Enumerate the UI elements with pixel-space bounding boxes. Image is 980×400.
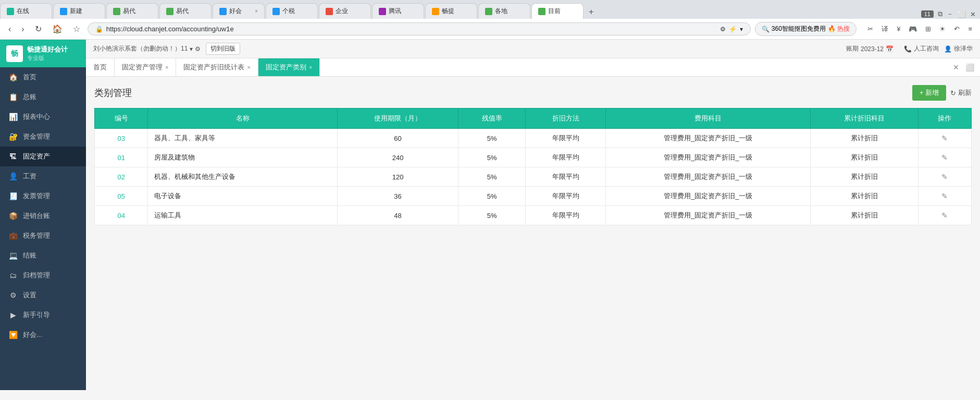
edit-icon-4[interactable]: ✎ (941, 192, 948, 200)
sidebar-label-payroll: 工资 (23, 172, 36, 181)
sidebar-item-invoice[interactable]: 🧾 发票管理 (0, 186, 86, 206)
reload-button[interactable]: ↻ (32, 23, 45, 35)
browser-tab-11[interactable]: 目前 (531, 3, 584, 19)
content-area: 类别管理 + 新增 ↻ 刷新 编号 名称 使用期限（月） 残值率 (86, 77, 980, 390)
tab-depreciation-table[interactable]: 固定资产折旧统计表 × (176, 58, 258, 76)
cell-action-5[interactable]: ✎ (918, 206, 971, 225)
bookmark-button[interactable]: ☆ (70, 23, 83, 35)
new-tab-button[interactable]: + (585, 5, 598, 19)
close-tab-button[interactable]: ✕ (950, 62, 962, 72)
add-button[interactable]: + 新增 (912, 85, 946, 101)
home-button[interactable]: 🏠 (49, 23, 66, 35)
table-header-row: 编号 名称 使用期限（月） 残值率 折旧方法 费用科目 累计折旧科目 操作 (95, 108, 972, 129)
tab-home[interactable]: 首页 (86, 58, 115, 76)
ledger-icon: 📋 (8, 92, 18, 102)
browser-tab-1[interactable]: 在线 (0, 3, 52, 19)
cell-period-2: 240 (337, 148, 458, 167)
cell-action-3[interactable]: ✎ (918, 167, 971, 187)
sidebar-item-settings[interactable]: ⚙ 设置 (0, 285, 86, 305)
calendar-icon[interactable]: 📅 (886, 45, 894, 53)
tab-close-fixed-asset-category[interactable]: × (309, 64, 312, 70)
cell-action-4[interactable]: ✎ (918, 187, 971, 206)
tab-close-depreciation-table[interactable]: × (247, 64, 250, 70)
sidebar-label-ledger: 总账 (23, 92, 36, 102)
brightness-tool[interactable]: ☀ (937, 24, 948, 34)
settings-icon: ⚙ (8, 290, 18, 300)
cast-icon[interactable]: ⚡ (729, 26, 737, 33)
sidebar-item-guide[interactable]: ▶ 新手引导 (0, 305, 86, 325)
help-button[interactable]: 📞 人工咨询 (904, 44, 939, 53)
minimize-icon[interactable]: － (947, 9, 953, 19)
tab-close-fixed-asset-mgmt[interactable]: × (165, 64, 168, 70)
user-button[interactable]: 👤 徐泽华 (944, 44, 973, 53)
cell-residual-3: 5% (458, 167, 525, 187)
browser-tab-9[interactable]: 畅提 (425, 3, 477, 19)
search-icon: 🔍 (762, 26, 770, 33)
restore-icon[interactable]: ⧉ (938, 10, 942, 18)
scissors-tool[interactable]: ✂ (865, 24, 876, 34)
switch-version-button[interactable]: 切到旧版 (206, 43, 240, 55)
maximize-tab-button[interactable]: ⬜ (963, 62, 977, 72)
tab-title: 易代 (123, 7, 152, 16)
cell-method-1: 年限平均 (525, 129, 606, 148)
browser-tab-10[interactable]: 各地 (478, 3, 530, 19)
sidebar-item-more[interactable]: 🔽 好会... (0, 325, 86, 345)
back-button[interactable]: ‹ (5, 23, 14, 35)
cell-code-5: 04 (95, 206, 148, 225)
settlement-icon: 💻 (8, 251, 18, 260)
sidebar-item-archive[interactable]: 🗂 归档管理 (0, 265, 86, 285)
edit-icon-1[interactable]: ✎ (941, 134, 948, 142)
sidebar-item-payroll[interactable]: 👤 工资 (0, 166, 86, 186)
sidebar-item-home[interactable]: 🏠 首页 (0, 67, 86, 87)
dropdown-icon[interactable]: ▾ (740, 26, 743, 33)
dropdown-arrow-icon[interactable]: ▾ (190, 45, 193, 53)
browser-tab-7[interactable]: 企业 (319, 3, 371, 19)
game-tool[interactable]: 🎮 (906, 24, 920, 34)
sidebar-item-fixed-assets[interactable]: 🏗 固定资产 (0, 147, 86, 166)
sidebar-item-reports[interactable]: 📊 报表中心 (0, 107, 86, 127)
refresh-button[interactable]: ↻ 刷新 (950, 88, 972, 98)
translate-tool[interactable]: 译 (879, 23, 891, 35)
cell-code-1: 03 (95, 129, 148, 148)
search-box[interactable]: 🔍 360智能抠图免费用 🔥 热搜 (755, 22, 857, 36)
address-bar[interactable]: 🔒 https://cloud.chanjet.com/accounting/u… (88, 22, 751, 35)
maximize-icon[interactable]: ⬜ (958, 10, 966, 18)
tab-favicon (326, 8, 333, 15)
tab-fixed-asset-mgmt[interactable]: 固定资产管理 × (115, 58, 176, 76)
tab-title: 个税 (282, 7, 311, 16)
forward-button[interactable]: › (18, 23, 27, 35)
browser-tab-3[interactable]: 易代 (106, 3, 158, 19)
user-avatar-icon: 👤 (944, 45, 952, 53)
sidebar-item-inventory[interactable]: 📦 进销台账 (0, 206, 86, 226)
site-settings-icon[interactable]: ⚙ (720, 26, 726, 33)
sidebar-item-tax[interactable]: 💼 税务管理 (0, 226, 86, 246)
close-window-icon[interactable]: ✕ (970, 10, 976, 18)
sidebar-item-funds[interactable]: 🔐 资金管理 (0, 127, 86, 147)
browser-tab-4[interactable]: 易代 (159, 3, 212, 19)
edit-icon-3[interactable]: ✎ (941, 173, 948, 181)
undo-tool[interactable]: ↶ (951, 24, 962, 34)
tab-title: 好会 (229, 7, 252, 16)
browser-tab-8[interactable]: 腾讯 (372, 3, 424, 19)
cell-period-1: 60 (337, 129, 458, 148)
cell-action-1[interactable]: ✎ (918, 129, 971, 148)
browser-tab-2[interactable]: 新建 (53, 3, 105, 19)
cell-residual-1: 5% (458, 129, 525, 148)
browser-tab-5[interactable]: 好会 × (213, 3, 265, 19)
browser-tab-6[interactable]: 个税 (266, 3, 318, 19)
currency-tool[interactable]: ¥ (894, 24, 903, 34)
sidebar-label-settlement: 结账 (23, 251, 36, 260)
cell-period-4: 36 (337, 187, 458, 206)
settings-gear-icon[interactable]: ⚙ (195, 45, 201, 53)
edit-icon-5[interactable]: ✎ (941, 211, 948, 220)
grid-tool[interactable]: ⊞ (923, 24, 934, 34)
tab-fixed-asset-category[interactable]: 固定资产类别 × (258, 58, 320, 76)
sidebar-item-ledger[interactable]: 📋 总账 (0, 87, 86, 107)
sidebar-item-settlement[interactable]: 💻 结账 (0, 246, 86, 265)
cell-period-5: 48 (337, 206, 458, 225)
tab-close-icon[interactable]: × (255, 8, 258, 14)
menu-tool[interactable]: ≡ (965, 24, 975, 34)
cell-action-2[interactable]: ✎ (918, 148, 971, 167)
fixed-assets-icon: 🏗 (8, 152, 18, 161)
edit-icon-2[interactable]: ✎ (941, 153, 948, 162)
